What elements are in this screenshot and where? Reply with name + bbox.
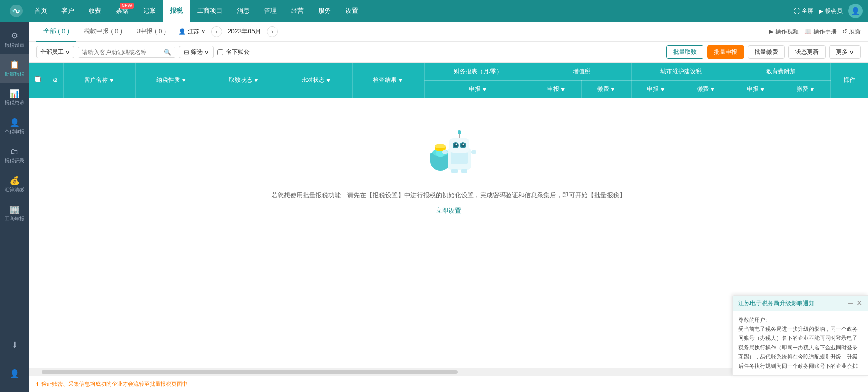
notification-header: 江苏电子税务局升级影响通知 ─ ✕ — [733, 296, 868, 311]
sidebar-item-tax-overview[interactable]: 📊 报税总览 — [0, 83, 29, 112]
nav-accounting[interactable]: 记账 — [136, 0, 163, 22]
sidebar-item-settlement[interactable]: 💰 汇算清缴 — [0, 170, 29, 199]
th-vat-pay: 缴费 ▼ — [581, 81, 631, 98]
batch-fetch-button[interactable]: 批量取数 — [666, 45, 703, 59]
nav-right-actions: ⛶ 全屏 ▶ 畅会员 👤 — [794, 4, 863, 18]
th-city-maintenance: 城市维护建设税 — [632, 63, 731, 81]
member-button[interactable]: ▶ 畅会员 — [819, 7, 843, 15]
th-checkbox[interactable] — [29, 63, 47, 98]
th-education-surcharge: 教育费附加 — [731, 63, 830, 81]
th-vat-declare: 申报 ▼ — [532, 81, 581, 98]
employee-select[interactable]: 全部员工 ∨ — [36, 46, 74, 58]
employee-select-label: 全部员工 — [40, 48, 64, 56]
notification-title: 江苏电子税务局升级影响通知 — [738, 299, 815, 307]
fullscreen-icon: ⛶ — [794, 8, 800, 14]
settlement-icon: 💰 — [9, 177, 19, 185]
svg-point-17 — [455, 143, 457, 145]
batch-declare-button[interactable]: 批量申报 — [707, 45, 744, 59]
filter-icon[interactable]: ▼ — [560, 86, 566, 93]
nav-message[interactable]: 消息 — [230, 0, 257, 22]
new-badge: NEW — [120, 3, 134, 9]
nav-operation[interactable]: 经营 — [284, 0, 311, 22]
region-selector[interactable]: 👤 江苏 ∨ — [173, 28, 211, 36]
nav-invoice[interactable]: 票据 NEW — [108, 0, 136, 22]
nav-tax[interactable]: 报税 — [163, 0, 190, 22]
filter-icon[interactable]: ▼ — [809, 86, 815, 93]
th-edu-pay: 缴费 ▼ — [781, 81, 830, 98]
tab-zero-declare[interactable]: 0申报(0) — [129, 22, 173, 42]
sidebar-item-download[interactable]: ⬇ — [0, 330, 29, 359]
empty-description: 若您想使用批量报税功能，请先在【报税设置】中进行报税的初始化设置，完成密码验证和… — [271, 191, 626, 200]
download-icon: ⬇ — [11, 341, 18, 349]
select-all-checkbox[interactable] — [35, 76, 41, 82]
filter-icon[interactable]: ▼ — [481, 86, 487, 93]
robot-illustration — [417, 125, 480, 184]
svg-rect-12 — [449, 138, 469, 153]
th-operations: 操作 — [831, 63, 868, 98]
name-subset-checkbox[interactable]: 名下账套 — [217, 48, 250, 56]
sidebar-item-individual-tax[interactable]: 👤 个税申报 — [0, 112, 29, 141]
sidebar-item-profile[interactable]: 👤 — [0, 359, 29, 388]
th-compare-status: 比对状态 ▼ — [280, 63, 352, 98]
th-edu-declare: 申报 ▼ — [731, 81, 781, 98]
filter-icon[interactable]: ▼ — [760, 86, 765, 93]
name-subset-input[interactable] — [217, 49, 223, 55]
tax-settings-icon: ⚙ — [11, 32, 18, 40]
svg-rect-24 — [461, 169, 467, 173]
toolbar: 全部员工 ∨ 🔍 ⊟ 筛选 ∨ 名下账套 批量取数 批量申报 批量缴费 状态更新 — [29, 42, 868, 63]
sidebar-item-tax-records[interactable]: 🗂 报税记录 — [0, 141, 29, 170]
avatar[interactable]: 👤 — [848, 4, 863, 18]
nav-home[interactable]: 首页 — [27, 0, 54, 22]
refresh-button[interactable]: ↺ 展新 — [842, 28, 861, 36]
nav-billing[interactable]: 收费 — [81, 0, 108, 22]
tab-tax-declare[interactable]: 税款申报(0) — [76, 22, 129, 42]
filter-icon[interactable]: ▼ — [710, 86, 716, 93]
notification-text: 尊敬的用户: 受当前电子税务局进一步升级的影响，同一个政务网账号（办税人）名下的… — [738, 316, 862, 371]
nav-service[interactable]: 服务 — [311, 0, 338, 22]
date-next-button[interactable]: › — [267, 26, 278, 37]
nav-client[interactable]: 客户 — [54, 0, 81, 22]
operation-manual-button[interactable]: 📖 操作手册 — [804, 28, 837, 36]
filter-icon[interactable]: ▼ — [660, 86, 665, 93]
nav-settings[interactable]: 设置 — [338, 0, 365, 22]
date-display: 2023年05月 — [222, 28, 267, 36]
filter-icon[interactable]: ▼ — [610, 86, 616, 93]
filter-icon: ⊟ — [184, 49, 189, 56]
member-icon: ▶ — [819, 8, 823, 14]
filter-icon[interactable]: ▼ — [326, 77, 331, 84]
fullscreen-button[interactable]: ⛶ 全屏 — [794, 7, 813, 15]
search-button[interactable]: 🔍 — [160, 47, 175, 57]
svg-rect-22 — [471, 150, 476, 154]
more-button[interactable]: 更多 ∨ — [829, 45, 861, 59]
filter-button[interactable]: ⊟ 筛选 ∨ — [179, 46, 214, 58]
date-prev-button[interactable]: ‹ — [211, 26, 222, 37]
tab-all[interactable]: 全部(0) — [36, 22, 76, 42]
toolbar-right: 批量取数 批量申报 批量缴费 状态更新 更多 ∨ — [666, 45, 861, 59]
sidebar-item-batch-tax[interactable]: 📋 批量报税 — [0, 54, 29, 83]
nav-manage[interactable]: 管理 — [257, 0, 284, 22]
filter-icon[interactable]: ▼ — [397, 77, 403, 84]
search-input[interactable] — [78, 47, 160, 57]
status-update-button[interactable]: 状态更新 — [788, 45, 826, 59]
main-table: ⚙ 客户名称 ▼ 纳税性质 ▼ — [29, 63, 868, 242]
th-client-name: 客户名称 ▼ — [63, 63, 136, 98]
th-vat: 增值税 — [532, 63, 631, 81]
setup-link[interactable]: 立即设置 — [436, 207, 461, 215]
svg-rect-21 — [442, 150, 448, 154]
top-navigation: 首页 客户 收费 票据 NEW 记账 报税 工商项目 消息 管理 经营 服务 设… — [0, 0, 868, 22]
operation-video-button[interactable]: ▶ 操作视频 — [769, 28, 799, 36]
empty-state: 若您想使用批量报税功能，请先在【报税设置】中进行报税的初始化设置，完成密码验证和… — [29, 98, 868, 242]
notification-body: 尊敬的用户: 受当前电子税务局进一步升级的影响，同一个政务网账号（办税人）名下的… — [733, 311, 868, 375]
filter-icon[interactable]: ▼ — [181, 77, 187, 84]
filter-icon[interactable]: ▼ — [108, 77, 114, 84]
notification-close-button[interactable]: ✕ — [856, 300, 862, 307]
sidebar-item-annual-report[interactable]: 🏢 工商年报 — [0, 199, 29, 228]
search-box: 🔍 — [78, 47, 175, 58]
logo — [5, 0, 27, 22]
notification-minimize-button[interactable]: ─ — [848, 300, 853, 307]
filter-icon[interactable]: ▼ — [253, 77, 259, 84]
batch-pay-button[interactable]: 批量缴费 — [748, 45, 785, 59]
svg-point-9 — [435, 144, 446, 148]
sidebar-item-tax-settings[interactable]: ⚙ 报税设置 — [0, 25, 29, 54]
nav-business[interactable]: 工商项目 — [190, 0, 230, 22]
